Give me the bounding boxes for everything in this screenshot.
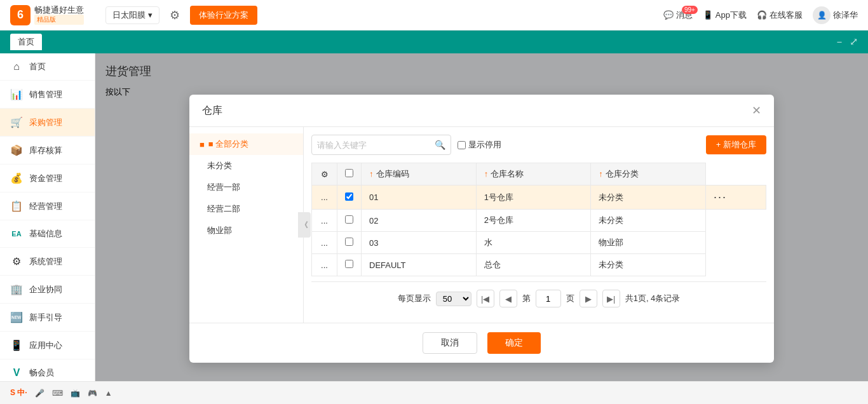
- modal-overlay: 仓库 ✕ ■ ■ 全部分类 未分类: [95, 53, 868, 404]
- logo-icon: 6: [10, 5, 31, 25]
- online-service-btn[interactable]: 🎧 在线客服: [757, 10, 803, 21]
- row-checkbox[interactable]: [345, 192, 353, 201]
- category-item-3[interactable]: 物业部: [189, 220, 303, 241]
- warehouse-table: ⚙ ↑仓库编码 ↑仓库名称: [311, 163, 766, 276]
- row-checkbox-cell: [337, 210, 362, 232]
- maximize-icon[interactable]: ⤢: [850, 36, 858, 49]
- table-row[interactable]: ... 03 水 物业部: [312, 232, 766, 254]
- pagination: 每页显示 50 100 |◀ ◀ 第 页 ▶ ▶|: [311, 281, 766, 315]
- sidebar-item-system[interactable]: ⚙ 系统管理: [0, 248, 95, 276]
- cancel-button[interactable]: 取消: [423, 332, 477, 354]
- row-gear-icon[interactable]: ...: [312, 185, 337, 210]
- total-label: 共1页, 4条记录: [625, 293, 681, 304]
- collapse-panel-button[interactable]: 《: [298, 212, 311, 238]
- messages-badge: 99+: [682, 6, 698, 14]
- row-gear-icon[interactable]: ...: [312, 210, 337, 232]
- prev-page-button[interactable]: ◀: [499, 290, 517, 307]
- nav-right: 💬 消息 99+ 📱 App下载 🎧 在线客服 👤 徐泽华: [663, 6, 858, 24]
- user-menu[interactable]: 👤 徐泽华: [813, 6, 858, 24]
- sidebar-item-label: 销售管理: [29, 89, 62, 100]
- show-disabled-checkbox-label[interactable]: 显示停用: [458, 139, 501, 151]
- modal-close-button[interactable]: ✕: [752, 104, 761, 118]
- category-item-1[interactable]: 经营一部: [189, 177, 303, 198]
- table-row[interactable]: ... 02 2号仓库 未分类: [312, 210, 766, 232]
- sidebar-item-finance[interactable]: 💰 资金管理: [0, 165, 95, 192]
- table-row[interactable]: ... 01 1号仓库 未分类 ···: [312, 185, 766, 210]
- mic-icon[interactable]: 🎤: [35, 389, 44, 398]
- row-name-cell: 总仓: [476, 254, 591, 276]
- row-gear-icon[interactable]: ...: [312, 254, 337, 276]
- page-input[interactable]: [536, 290, 561, 307]
- sidebar-item-label: 资金管理: [29, 173, 62, 184]
- display-icon[interactable]: 📺: [71, 389, 80, 398]
- sort-icon: ↑: [484, 169, 489, 178]
- next-page-button[interactable]: ▶: [580, 290, 597, 307]
- row-name-cell: 1号仓库: [476, 185, 591, 210]
- show-disabled-checkbox[interactable]: [458, 141, 466, 149]
- per-page-select[interactable]: 50 100: [436, 292, 471, 306]
- row-checkbox[interactable]: [345, 260, 353, 268]
- category-item-2[interactable]: 经营二部: [189, 198, 303, 220]
- modal-footer: 取消 确定: [189, 323, 774, 363]
- row-category-cell: 未分类: [591, 254, 706, 276]
- row-more-icon[interactable]: ···: [705, 185, 766, 210]
- nav-center: 日太阳膜 ▾ ⚙ 体验行业方案: [105, 5, 663, 25]
- mobile-icon: 📱: [703, 10, 713, 20]
- row-checkbox[interactable]: [345, 215, 353, 224]
- sidebar-item-sales[interactable]: 📊 销售管理: [0, 81, 95, 109]
- modal-body: ■ ■ 全部分类 未分类 经营一部 经营二部 物业部: [189, 127, 774, 323]
- sidebar-item-inventory[interactable]: 📦 库存核算: [0, 137, 95, 165]
- sidebar-item-guide[interactable]: 🆕 新手引导: [0, 304, 95, 332]
- col-settings: ⚙: [312, 163, 337, 185]
- sidebar: ⌂ 首页 📊 销售管理 🛒 采购管理 📦 库存核算 💰 资金管理 📋 经营管理 …: [0, 53, 95, 404]
- table-row[interactable]: ... DEFAULT 总仓 未分类: [312, 254, 766, 276]
- settings-icon[interactable]: ⚙: [321, 170, 329, 179]
- minimize-icon[interactable]: －: [834, 36, 844, 49]
- chevron-down-icon: ▾: [148, 10, 153, 20]
- guide-icon: 🆕: [10, 311, 23, 323]
- sidebar-item-operations[interactable]: 📋 经营管理: [0, 192, 95, 220]
- store-selector[interactable]: 日太阳膜 ▾: [105, 6, 159, 24]
- last-page-button[interactable]: ▶|: [602, 290, 620, 307]
- home-breadcrumb[interactable]: 首页: [10, 34, 42, 50]
- money-icon: 💰: [10, 172, 23, 184]
- sidebar-item-basic[interactable]: EA 基础信息: [0, 220, 95, 248]
- app-sub: 精品版: [34, 15, 84, 25]
- confirm-button[interactable]: 确定: [487, 332, 541, 354]
- first-page-button[interactable]: |◀: [477, 290, 494, 307]
- search-icon[interactable]: 🔍: [435, 140, 445, 150]
- sidebar-item-label: 系统管理: [29, 256, 62, 267]
- keyboard-icon[interactable]: ⌨: [52, 389, 63, 398]
- second-bar-right: － ⤢: [834, 36, 858, 49]
- messages-btn[interactable]: 💬 消息 99+: [663, 10, 693, 21]
- sidebar-item-purchase[interactable]: 🛒 采购管理: [0, 109, 95, 137]
- sidebar-item-apps[interactable]: 📱 应用中心: [0, 332, 95, 360]
- sidebar-item-label: 库存核算: [29, 145, 62, 156]
- app-download-btn[interactable]: 📱 App下载: [703, 10, 747, 21]
- row-checkbox[interactable]: [345, 238, 353, 246]
- add-warehouse-button[interactable]: + 新增仓库: [706, 135, 766, 154]
- avatar: 👤: [813, 6, 831, 24]
- settings-icon[interactable]: ⚙: [165, 5, 185, 25]
- gamepad-icon[interactable]: 🎮: [88, 389, 97, 398]
- search-box: 🔍: [311, 135, 451, 155]
- col-checkbox: [337, 163, 362, 185]
- headset-icon: 🎧: [757, 10, 767, 20]
- sidebar-item-home[interactable]: ⌂ 首页: [0, 53, 95, 81]
- logo-area: 6 畅捷通好生意 精品版: [10, 5, 105, 25]
- row-gear-icon[interactable]: ...: [312, 232, 337, 254]
- select-all-checkbox[interactable]: [345, 169, 353, 177]
- search-input[interactable]: [317, 140, 435, 150]
- sidebar-item-label: 采购管理: [29, 117, 62, 128]
- category-item-0[interactable]: 未分类: [189, 155, 303, 177]
- sidebar-item-enterprise[interactable]: 🏢 企业协同: [0, 276, 95, 304]
- chart-icon: 📊: [10, 88, 23, 100]
- col-name: ↑仓库名称: [476, 163, 591, 185]
- category-label: 物业部: [207, 226, 232, 235]
- chevron-up-icon[interactable]: ▲: [105, 389, 112, 398]
- trial-button[interactable]: 体验行业方案: [190, 6, 257, 25]
- all-categories-item[interactable]: ■ ■ 全部分类: [189, 133, 303, 155]
- username: 徐泽华: [833, 10, 858, 21]
- enterprise-icon: 🏢: [10, 283, 23, 295]
- sidebar-item-label: 新手引导: [29, 312, 62, 323]
